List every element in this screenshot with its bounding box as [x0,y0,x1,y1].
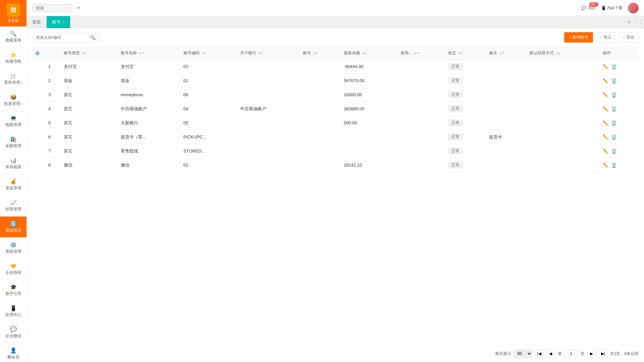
table-row: 3 其它 moneybosx 06 10000.00 正常 ✏️ 🗑️ [32,88,639,102]
sidebar-item-capital-mgmt[interactable]: 💰 资金管理 [0,174,26,195]
sidebar-item-label: 电商管理 [5,122,21,127]
col-account-name[interactable]: 账号名称 ▲▼ [118,47,181,60]
first-page-button[interactable]: |◀ [535,349,544,358]
sidebar-item-inventory[interactable]: 📊 库存核算 [0,153,26,174]
sys-mgmt-icon: ⚙️ [1,242,25,248]
last-page-button[interactable]: ▶| [599,349,607,358]
row-action: ✏️ 🗑️ [600,74,639,88]
delete-button[interactable]: 🗑️ [611,120,617,126]
sort-icon: ▲▼ [362,52,367,55]
export-label: 导出 [626,35,634,40]
sidebar-item-quick-nav[interactable]: ⭐ 快捷导航 [0,48,26,69]
sidebar-item-search-menu[interactable]: 🔍 搜索菜单 [0,26,26,48]
col-account-code[interactable]: 账号编码 ▲▼ [181,47,237,60]
prev-page-button[interactable]: ◀ [546,349,555,358]
add-account-button[interactable]: + 新增账号 [564,32,593,43]
topbar-msg-button[interactable]: 💬 消息 99+ [581,5,596,11]
table-row: 4 其它 中百商场账户 04 中百商场账户 383866.00 正常 ✏️ 🗑️ [32,102,639,116]
delete-button[interactable]: 🗑️ [611,148,617,154]
row-usage [398,60,445,74]
sidebar-item-label: 基础信息 [5,228,21,233]
col-usage[interactable]: 使用... ▲▼ [398,47,445,60]
accounts-table: ⚙️ 账号类型 ▲▼ 账号名称 ▲▼ 账号编码 ▲ [32,47,639,172]
sidebar-item-enterprise-wechat[interactable]: 💬 企业微信 [0,322,26,343]
sidebar-item-enterprise-agreement[interactable]: 🤝 企业协同 [0,259,26,280]
edit-button[interactable]: ✏️ [603,120,608,126]
col-account-no[interactable]: 账号 ▲▼ [300,47,341,60]
edit-button[interactable]: ✏️ [603,92,608,98]
col-account-code-label: 账号编码 [183,51,200,55]
delete-button[interactable]: 🗑️ [611,163,617,168]
per-page-select[interactable]: 50 100 [514,350,532,358]
edit-button[interactable]: ✏️ [603,64,608,69]
col-remark[interactable]: 备注 ▲▼ [486,47,527,60]
row-usage [398,74,445,88]
delete-button[interactable]: 🗑️ [611,64,617,69]
sidebar-item-purchase-mgmt[interactable]: 🛍️ 采购管理 [0,132,26,153]
row-account-name: 中百商场账户 [118,102,181,116]
row-gear [32,88,46,102]
sidebar-item-new-guide[interactable]: 🎓 新手引导 [0,280,26,301]
col-status[interactable]: 状态 ▲▼ [445,47,486,60]
col-account-type[interactable]: 账号类型 ▲▼ [61,47,118,60]
app-center-icon: 📱 [1,305,25,311]
edit-button[interactable]: ✏️ [603,78,608,83]
sidebar-item-wholesale-mgmt[interactable]: 📦 批发管理 › [0,90,26,111]
next-page-button[interactable]: ▶ [587,349,596,358]
row-usage [398,144,445,158]
sidebar-item-label: 企业协同 [5,270,21,275]
sidebar-item-app-center[interactable]: 📱 应用中心 [0,301,26,322]
col-balance-label: 最新余额 [344,51,360,55]
import-button[interactable]: ↑ 导入 [596,32,616,43]
edit-button[interactable]: ✏️ [603,163,608,168]
export-button[interactable]: ↓ 导出 [619,32,639,43]
row-status: 正常 [445,102,486,116]
delete-button[interactable]: 🗑️ [611,106,617,112]
capital-mgmt-icon: 💰 [1,178,25,185]
delete-button[interactable]: 🗑️ [611,78,617,83]
search-input[interactable] [36,35,90,40]
topbar-app-button[interactable]: 📱 App下载 [601,5,623,11]
topbar-search-input[interactable] [32,4,72,12]
tab-maximize-icon[interactable]: ⛶ [634,19,644,25]
sidebar-item-sys-mgmt[interactable]: ⚙️ 系统管理 [0,238,26,259]
sidebar-item-ops-mgmt[interactable]: 📈 经营管理 [0,195,26,217]
tab-account[interactable]: 账号 × [47,16,70,28]
sort-icon: ▲▼ [458,52,463,55]
col-bank[interactable]: 开户银行 ▲▼ [237,47,300,60]
row-gear [32,144,46,158]
logo-box: 财 [7,3,20,17]
col-action: 操作 [600,47,639,60]
delete-button[interactable]: 🗑️ [611,92,617,98]
toolbar-buttons: + 新增账号 ↑ 导入 ↓ 导出 [564,32,639,43]
tab-close-icon[interactable]: ✕ [625,19,634,25]
sidebar-item-label: 资金管理 [5,186,21,190]
sidebar-item-retail-mgmt[interactable]: 🛒 零售管理 › [0,69,26,90]
gear-icon[interactable]: ⚙️ [35,51,40,56]
edit-button[interactable]: ✏️ [603,134,608,140]
page-input[interactable] [565,349,578,358]
row-account-code: 04 [181,102,237,116]
row-balance [341,130,398,144]
row-account-type: 微信 [61,158,118,172]
row-usage [398,88,445,102]
tab-home[interactable]: 首页 [27,16,47,28]
tab-account-close[interactable]: × [63,20,65,24]
topbar-avatar[interactable] [628,3,639,13]
sidebar-item-label: 批发管理 [4,101,20,106]
row-account-no [300,158,341,172]
page-label: 第 [558,351,562,357]
sidebar-item-basic-info[interactable]: ℹ️ 基础信息 [0,217,26,238]
table-row: 5 其它 大新银行 05 500.00 正常 ✏️ 🗑️ [32,116,639,130]
topbar-dropdown-icon[interactable]: ▼ [76,6,80,10]
sidebar-item-label: 零售管理 [4,80,20,85]
sidebar-item-ecommerce-mgmt[interactable]: 💻 电商管理 [0,111,26,132]
col-default-settlement[interactable]: 默认结算方式 ▲▼ [527,47,600,60]
new-guide-icon: 🎓 [1,284,25,290]
edit-button[interactable]: ✏️ [603,106,608,112]
col-balance[interactable]: 最新余额 ▲▼ [341,47,398,60]
edit-button[interactable]: ✏️ [603,148,608,154]
sidebar-item-member[interactable]: 👤 畅会员 [0,343,26,362]
sidebar-item-label: 快捷导航 [5,59,21,64]
delete-button[interactable]: 🗑️ [611,134,617,140]
